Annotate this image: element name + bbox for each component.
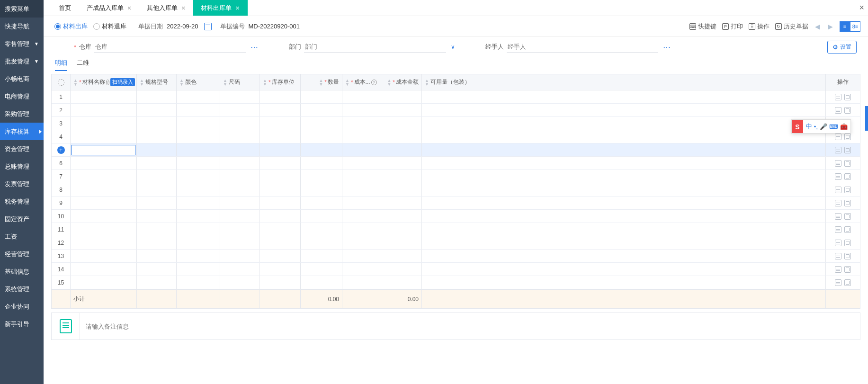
table-row[interactable]: 13 — [52, 250, 860, 263]
sidebar-item[interactable]: 发票管理 — [0, 175, 44, 193]
delete-row-icon[interactable] — [835, 187, 841, 193]
view-grid-button[interactable]: 8≡ — [850, 21, 860, 32]
subtab[interactable]: 明细 — [55, 59, 67, 71]
copy-row-icon[interactable] — [844, 160, 851, 167]
copy-row-icon[interactable] — [844, 187, 851, 193]
sidebar-item[interactable]: 采购管理 — [0, 105, 44, 123]
table-row[interactable]: 6 — [52, 157, 860, 170]
view-list-button[interactable]: ≡ — [840, 21, 850, 32]
tab[interactable]: 其他入库单 — [139, 0, 193, 16]
sidebar-item[interactable]: 系统管理 — [0, 280, 44, 298]
copy-row-icon[interactable] — [844, 240, 851, 246]
copy-row-icon[interactable] — [844, 279, 851, 286]
operate-button[interactable]: ⠿操作 — [749, 22, 770, 31]
dept-input[interactable] — [304, 41, 446, 53]
tab[interactable]: 材料出库单 — [193, 0, 247, 16]
sidebar-item[interactable]: 经营管理 — [0, 245, 44, 263]
copy-row-icon[interactable] — [844, 94, 851, 100]
scan-tag[interactable]: 扫码录入 — [110, 78, 135, 86]
copy-row-icon[interactable] — [844, 107, 851, 114]
col-amt[interactable]: ▲▼*成本金额 — [380, 74, 422, 90]
copy-row-icon[interactable] — [844, 253, 851, 259]
col-cost[interactable]: ▲▼*成本...? — [342, 74, 380, 90]
delete-row-icon[interactable] — [835, 107, 841, 114]
copy-row-icon[interactable] — [844, 147, 851, 153]
delete-row-icon[interactable] — [835, 213, 841, 220]
sidebar-item[interactable]: 资金管理 — [0, 140, 44, 158]
col-name[interactable]: ▲▼*材料名称?扫码录入 — [71, 74, 137, 90]
col-unit[interactable]: ▲▼*库存单位 — [260, 74, 301, 90]
doc-type-radio[interactable]: 材料退库 — [90, 22, 129, 31]
sidebar-item[interactable]: 批发管理▼ — [0, 53, 44, 70]
table-row[interactable]: + — [52, 143, 860, 157]
delete-row-icon[interactable] — [835, 173, 841, 180]
delete-row-icon[interactable] — [835, 134, 841, 140]
table-row[interactable]: 1 — [52, 90, 860, 104]
sidebar-item[interactable]: 库存核算 — [0, 123, 44, 140]
sidebar-item[interactable]: 税务管理 — [0, 193, 44, 210]
sidebar-item[interactable]: 总账管理 — [0, 158, 44, 175]
history-button[interactable]: ↻历史单据 — [775, 22, 808, 31]
name-cell-input[interactable] — [72, 145, 135, 155]
col-size[interactable]: ▲▼尺码 — [220, 74, 260, 90]
table-row[interactable]: 4 — [52, 130, 860, 143]
table-row[interactable]: 7 — [52, 170, 860, 183]
table-row[interactable]: 3 — [52, 117, 860, 130]
col-config[interactable] — [52, 74, 71, 90]
delete-row-icon[interactable] — [835, 147, 841, 153]
col-qty[interactable]: ▲▼*数量 — [301, 74, 342, 90]
col-spec[interactable]: ▲▼规格型号 — [137, 74, 177, 90]
sidebar-item[interactable]: 新手引导 — [0, 315, 44, 333]
print-button[interactable]: P打印 — [722, 22, 743, 31]
subtab[interactable]: 二维 — [77, 59, 89, 71]
delete-row-icon[interactable] — [835, 279, 841, 286]
delete-row-icon[interactable] — [835, 253, 841, 259]
table-row[interactable]: 14 — [52, 263, 860, 276]
sidebar-item[interactable]: 固定资产 — [0, 210, 44, 228]
sidebar-item[interactable]: 工资 — [0, 228, 44, 245]
prev-doc-icon[interactable]: ◀ — [814, 23, 821, 30]
table-row[interactable]: 12 — [52, 236, 860, 250]
settings-button[interactable]: ⚙设置 — [827, 41, 857, 54]
handler-more-icon[interactable]: ⋯ — [663, 43, 671, 52]
shortcut-button[interactable]: ⌨快捷键 — [689, 22, 716, 31]
dept-dropdown-icon[interactable]: ∨ — [451, 44, 455, 50]
table-row[interactable]: 10 — [52, 210, 860, 223]
mic-icon[interactable]: 🎤 — [820, 123, 827, 130]
add-row-button[interactable]: + — [57, 146, 65, 154]
doc-type-radio[interactable]: 材料出库 — [52, 22, 90, 31]
sidebar-item[interactable]: 企业协同 — [0, 298, 44, 315]
toolbox-icon[interactable]: 🧰 — [840, 123, 848, 130]
copy-row-icon[interactable] — [844, 226, 851, 233]
warehouse-input[interactable] — [94, 41, 246, 53]
table-row[interactable]: 9 — [52, 196, 860, 210]
sidebar-item[interactable]: 零售管理▼ — [0, 35, 44, 53]
tab[interactable]: 首页 — [51, 0, 79, 16]
ime-toolbar[interactable]: S 中•,🎤⌨🧰 — [791, 119, 851, 134]
sidebar-item[interactable]: 小畅电商 — [0, 70, 44, 88]
table-row[interactable]: 11 — [52, 223, 860, 236]
copy-row-icon[interactable] — [844, 213, 851, 220]
copy-row-icon[interactable] — [844, 266, 851, 273]
col-avail[interactable]: ▲▼可用量（包装） — [422, 74, 826, 90]
delete-row-icon[interactable] — [835, 200, 841, 206]
copy-row-icon[interactable] — [844, 200, 851, 206]
warehouse-more-icon[interactable]: ⋯ — [251, 43, 259, 52]
delete-row-icon[interactable] — [835, 240, 841, 246]
delete-row-icon[interactable] — [835, 94, 841, 100]
delete-row-icon[interactable] — [835, 266, 841, 273]
table-row[interactable]: 15 — [52, 276, 860, 289]
tab[interactable]: 产成品入库单 — [79, 0, 139, 16]
sidebar-item[interactable]: 搜索菜单 — [0, 0, 44, 18]
table-row[interactable]: 2 — [52, 104, 860, 117]
delete-row-icon[interactable] — [835, 226, 841, 233]
col-color[interactable]: ▲▼颜色 — [177, 74, 220, 90]
handler-input[interactable] — [507, 41, 658, 53]
copy-row-icon[interactable] — [844, 134, 851, 140]
sidebar-item[interactable]: 基础信息 — [0, 263, 44, 280]
delete-row-icon[interactable] — [835, 160, 841, 167]
remark-input[interactable] — [80, 313, 860, 339]
copy-row-icon[interactable] — [844, 173, 851, 180]
calendar-icon[interactable] — [204, 23, 212, 30]
keyboard-icon[interactable]: ⌨ — [829, 123, 838, 130]
